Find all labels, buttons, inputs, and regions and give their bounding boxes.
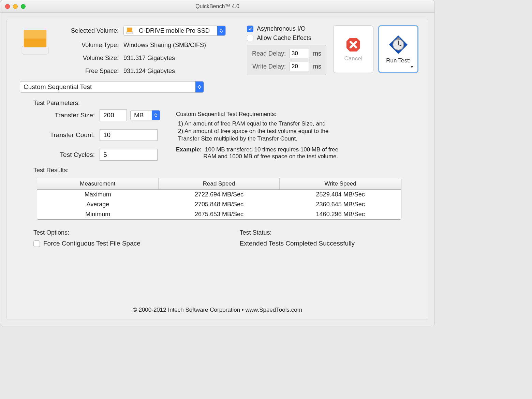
run-test-icon [388, 34, 409, 55]
write-delay-label: Write Delay: [252, 63, 286, 70]
test-parameters: Transfer Size: MB Transfer Count: [37, 109, 166, 161]
test-status-text: Extended Tests Completed Successfully [240, 240, 419, 247]
async-io-label: Asynchronous I/O [257, 25, 306, 32]
svg-rect-8 [397, 38, 400, 39]
cancel-icon [345, 36, 362, 53]
chevron-down-icon: ▼ [410, 64, 414, 69]
selected-volume-label: Selected Volume: [61, 27, 119, 34]
cache-effects-label: Allow Cache Effects [257, 34, 311, 42]
dropdown-arrows-icon [152, 110, 160, 120]
transfer-unit-select[interactable]: MB [130, 110, 160, 120]
table-row: Minimum 2675.653 MB/Sec 1460.296 MB/Sec [37, 209, 401, 219]
col-read-speed: Read Speed [159, 178, 280, 189]
io-options: Asynchronous I/O Allow Cache Effects Rea… [247, 25, 326, 75]
col-measurement: Measurement [37, 178, 159, 189]
transfer-count-input[interactable] [100, 129, 158, 141]
free-space-value: 931.124 Gigabytes [123, 68, 226, 75]
volume-select-text: G-DRIVE mobile Pro SSD [135, 27, 215, 34]
table-row: Maximum 2722.694 MB/Sec 2529.404 MB/Sec [37, 190, 401, 200]
cancel-label: Cancel [344, 55, 363, 62]
svg-rect-2 [24, 30, 46, 39]
run-test-label: Run Test: [386, 57, 411, 64]
transfer-unit-text: MB [131, 112, 152, 119]
test-results-label: Test Results: [33, 167, 418, 174]
delay-box: Read Delay: ms Write Delay: ms [247, 45, 326, 75]
svg-rect-4 [127, 28, 132, 32]
requirements-text: Custom Sequential Test Requirements: 1) … [176, 109, 418, 161]
read-delay-input[interactable] [289, 49, 309, 58]
test-type-select[interactable]: Custom Sequential Test [20, 81, 204, 93]
force-contiguous-label: Force Contiguous Test File Space [43, 240, 141, 247]
test-parameters-label: Test Parameters: [33, 100, 418, 107]
footer-text: © 2000-2012 Intech Software Corporation … [16, 302, 418, 313]
force-contiguous-checkbox[interactable] [33, 240, 40, 247]
free-space-label: Free Space: [61, 68, 119, 75]
transfer-size-label: Transfer Size: [37, 112, 95, 119]
async-io-checkbox[interactable] [247, 26, 253, 32]
test-type-text: Custom Sequential Test [20, 83, 195, 91]
test-options-label: Test Options: [33, 229, 212, 236]
table-row: Average 2705.848 MB/Sec 2360.645 MB/Sec [37, 200, 401, 209]
window-title: QuickBench™ 4.0 [0, 3, 434, 10]
write-delay-input[interactable] [289, 62, 309, 71]
test-cycles-label: Test Cycles: [37, 151, 95, 159]
volume-type-value: Windows Sharing (SMB/CIFS) [123, 42, 226, 49]
volume-size-label: Volume Size: [61, 55, 119, 62]
drive-icon [16, 25, 54, 75]
col-write-speed: Write Speed [280, 178, 401, 189]
volume-type-label: Volume Type: [61, 42, 119, 49]
volume-size-value: 931.317 Gigabytes [123, 55, 226, 62]
write-delay-unit: ms [313, 63, 321, 70]
titlebar: QuickBench™ 4.0 [0, 0, 434, 13]
test-cycles-input[interactable] [100, 149, 158, 161]
volume-select[interactable]: G-DRIVE mobile Pro SSD [123, 26, 226, 36]
volume-info: Selected Volume: G-DRIVE mobile Pro SSD [61, 25, 226, 75]
transfer-count-label: Transfer Count: [37, 131, 95, 139]
read-delay-label: Read Delay: [252, 50, 286, 57]
transfer-size-input[interactable] [100, 109, 127, 121]
run-test-button[interactable]: Run Test: ▼ [378, 25, 418, 73]
app-window: QuickBench™ 4.0 Selected Volume: [0, 0, 435, 326]
main-panel: Selected Volume: G-DRIVE mobile Pro SSD [6, 19, 428, 320]
cache-effects-checkbox[interactable] [247, 35, 253, 41]
dropdown-arrows-icon [217, 26, 225, 35]
dropdown-arrows-icon [195, 82, 204, 92]
svg-rect-3 [127, 32, 133, 34]
cancel-button[interactable]: Cancel [333, 25, 373, 73]
read-delay-unit: ms [313, 50, 321, 57]
results-table: Measurement Read Speed Write Speed Maxim… [37, 178, 401, 220]
test-status-label: Test Status: [240, 229, 419, 236]
